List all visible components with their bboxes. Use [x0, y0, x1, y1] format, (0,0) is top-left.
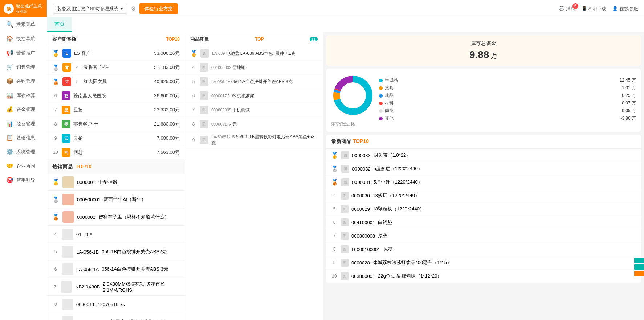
sidebar-item-search[interactable]: 🔍 搜索菜单 — [0, 17, 47, 32]
medal-icon: 🥉 — [331, 179, 338, 186]
message-icon: 💬 — [559, 6, 564, 11]
chevron-down-icon: ▾ — [121, 6, 123, 11]
legend-item: 成品 0.25 万 — [379, 93, 636, 99]
sidebar-item-finance[interactable]: 💰 资金管理 — [0, 102, 47, 116]
product-name: 智利车子里（规格不知道填什么） — [98, 214, 169, 220]
rank-number: 5 — [190, 79, 197, 84]
float-btn-live[interactable]: 直播 — [634, 271, 644, 276]
rank-number: 7 — [190, 107, 197, 112]
app-download-btn[interactable]: 📱 App下载 — [581, 5, 606, 12]
customer-avatar: 苍 — [62, 91, 70, 100]
message-btn[interactable]: 💬 消息 6 — [559, 5, 575, 12]
sidebar-item-operation[interactable]: 📊 经营管理 — [0, 116, 47, 131]
product-name: 18多层（1220*2440） — [373, 192, 420, 199]
product-name: 花语萌恒温分腿睡袋（厚款） — [110, 319, 171, 320]
product-name: 中华神器 — [98, 179, 117, 185]
product-code: 003800001 — [351, 274, 375, 279]
inventory-card: 库存总资金 9.88 万 — [326, 35, 641, 66]
customer-avatar: 零 — [62, 120, 70, 128]
tab-home[interactable]: 首页 — [47, 17, 72, 32]
product-thumbnail — [62, 176, 74, 188]
medal-icon: 🥉 — [52, 214, 60, 221]
legend-value: -3.86 万 — [620, 115, 636, 122]
sidebar-item-operation-label: 经营管理 — [16, 120, 35, 127]
product-thumbnail — [62, 316, 73, 320]
product-thumbnail — [62, 246, 73, 258]
system-select[interactable]: 装备及固定资产辅助管理系统 ▾ — [53, 4, 127, 14]
header: 装备及固定资产辅助管理系统 ▾ ⚙ 体验行业方案 💬 消息 6 📱 App下载 … — [47, 0, 644, 17]
rank-number: 10 — [52, 150, 59, 155]
product-code: 000800005 — [211, 108, 232, 112]
sidebar-item-shortcut[interactable]: 🏠 快捷导航 — [0, 32, 47, 46]
legend-item: 材料 0.07 万 — [379, 100, 636, 106]
product-thumbnail: 图 — [341, 232, 349, 240]
customer-name: 红太阳文具 — [83, 78, 151, 85]
float-btn-community[interactable]: 服务社区 — [634, 264, 644, 270]
legend-value: 0.25 万 — [622, 93, 636, 99]
sidebar-item-enterprise[interactable]: 🤝 企业协同 — [0, 159, 47, 173]
product-thumbnail: 图 — [341, 259, 349, 267]
settings-icon[interactable]: ⚙ — [131, 5, 136, 12]
sidebar-item-inventory-label: 库存核算 — [16, 92, 35, 99]
customer-avatar: 零 — [62, 63, 71, 72]
product-thumbnail: 图 — [341, 272, 349, 280]
sidebar-item-basic[interactable]: 📋 基础信息 — [0, 131, 47, 145]
rank-number: 4 — [74, 65, 81, 70]
online-service-btn[interactable]: 👤 在线客服 — [612, 5, 638, 12]
sidebar-item-sales[interactable]: 🛒 销售管理 — [0, 60, 47, 74]
product-name: 12070519-xs — [98, 302, 125, 307]
sidebar-item-marketing[interactable]: 📢 营销推广 — [0, 46, 47, 60]
float-buttons: 客服热线 服务社区 直播 — [634, 258, 644, 276]
inventory-icon: 🏭 — [6, 92, 13, 99]
new-products-section: 最新商品 TOP10 🥇 图 0000033 封边带（1.0*22） 🥈 图 0… — [326, 135, 641, 283]
product-thumbnail: 图 — [341, 245, 349, 253]
legend-name: 材料 — [385, 100, 620, 106]
product-thumbnail — [62, 194, 74, 205]
system-icon: ⚙️ — [6, 148, 13, 155]
product-item: 8 图 0000021 夹壳 — [185, 117, 323, 131]
product-code: LA-056-1A — [76, 267, 99, 272]
sidebar-item-sales-label: 销售管理 — [16, 64, 35, 70]
rank-number: 4 — [190, 65, 197, 70]
inventory-amount: 9.88 — [469, 49, 489, 60]
product-item: 🥇 图 LA-089 电池盖 LA-089 ABS本色+黑种 7.1克 — [185, 46, 323, 61]
inventory-unit: 万 — [490, 52, 498, 60]
customer-avatar: 柯 — [62, 148, 70, 157]
sidebar-item-search-label: 搜索菜单 — [16, 21, 35, 28]
sidebar-item-guide[interactable]: 🎯 新手引导 — [0, 173, 47, 187]
hot-item: 🥇 0000001 中华神器 — [47, 174, 185, 191]
hot-products-title: 热销商品 — [52, 164, 73, 169]
legend-item: 文具 1.01 万 — [379, 85, 636, 91]
customer-name: 零售客户-于 — [73, 121, 151, 127]
basic-icon: 📋 — [6, 134, 13, 141]
product-name: 22g鱼豆腐-烧烤味（1*12*20） — [378, 273, 442, 279]
sidebar-item-system[interactable]: ⚙️ 系统管理 — [0, 145, 47, 159]
medal-icon: 🥇 — [190, 50, 197, 57]
sidebar-item-purchase[interactable]: 📦 采购管理 — [0, 74, 47, 88]
rank-number: 5 — [74, 79, 81, 84]
rank-number: 9 — [52, 136, 59, 141]
legend-name: 其他 — [385, 115, 618, 122]
product-item: 9 图 LA-59651-1B 59651-1B旋转投影灯电池盒ABS黑色+58… — [185, 131, 323, 149]
product-code: LA-59651-1B — [211, 135, 236, 139]
float-btn-service[interactable]: 客服热线 — [634, 258, 644, 263]
inventory-title: 库存总资金 — [332, 40, 635, 47]
message-badge: 6 — [572, 3, 578, 9]
hot-item: 8 0000011 12070519-xs — [47, 296, 185, 313]
app-icon: 📱 — [581, 6, 587, 11]
customer-name: 苍南县人民医院 — [73, 93, 151, 99]
customer-name: 零售客户-许 — [83, 64, 151, 71]
rank-number: 9 — [331, 260, 338, 265]
product-name: 手机测试 — [232, 107, 250, 112]
search-icon: 🔍 — [6, 21, 13, 28]
rank-item: 8 零 零售客户-于 21,680.00元 — [47, 117, 185, 131]
inventory-amount-display: 9.88 万 — [332, 49, 635, 61]
rank-number: 7 — [52, 284, 58, 290]
trial-button[interactable]: 体验行业方案 — [139, 3, 178, 14]
product-thumbnail: 图 — [341, 192, 349, 200]
product-ranking-col: 商品销量 TOP 11 🥇 图 LA-089 电池盖 LA-089 ABS本色+… — [185, 32, 323, 320]
legend-dot — [379, 102, 383, 105]
product-code: 000500001 — [77, 197, 101, 202]
sidebar-item-inventory[interactable]: 🏭 库存核算 — [0, 88, 47, 102]
product-name: 雪地靴 — [232, 65, 245, 70]
